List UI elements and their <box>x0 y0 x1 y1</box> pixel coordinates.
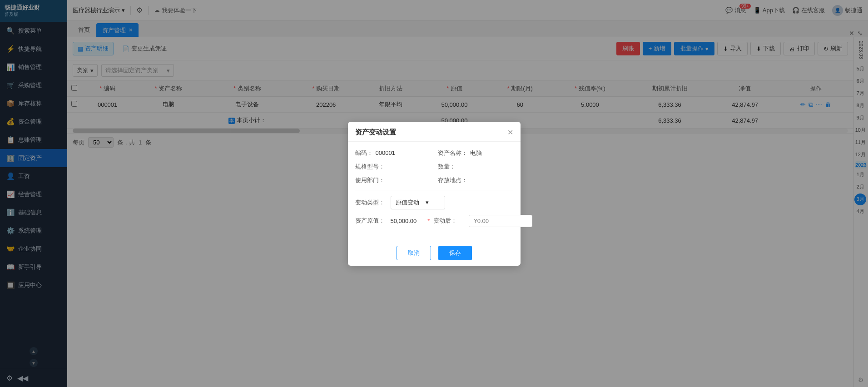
dialog-name-field: 资产名称： 电脑 <box>438 149 513 157</box>
save-btn[interactable]: 保存 <box>438 246 472 260</box>
dialog-code-field: 编码： 000001 <box>355 149 431 157</box>
dialog-footer: 取消 保存 <box>348 240 521 266</box>
dialog-quantity-field: 数量： <box>438 163 513 171</box>
dialog-code-label: 编码： <box>355 149 373 157</box>
dialog-value-row: 资产原值： 50,000.00 * 变动后： <box>355 215 513 227</box>
dialog-close-icon[interactable]: ✕ <box>507 128 513 137</box>
dialog-title: 资产变动设置 <box>355 128 396 137</box>
save-btn-label: 保存 <box>449 249 461 256</box>
dialog-code-value: 000001 <box>376 149 395 156</box>
asset-value-label: 资产原值： <box>355 217 387 225</box>
dialog-quantity-label: 数量： <box>438 163 456 171</box>
asset-value: 50,000.00 <box>391 218 417 224</box>
change-type-value: 原值变动 <box>396 198 419 207</box>
after-change-label: 变动后： <box>433 217 465 225</box>
asset-change-dialog: 资产变动设置 ✕ 编码： 000001 资产名称： 电脑 规格型号： <box>348 122 521 266</box>
dialog-body: 编码： 000001 资产名称： 电脑 规格型号： 数量： <box>348 142 521 240</box>
after-change-input[interactable] <box>469 215 532 227</box>
dialog-location-field: 存放地点： <box>438 176 513 184</box>
dialog-dept-field: 使用部门： <box>355 176 431 184</box>
after-change-required: * <box>427 218 430 224</box>
dialog-change-type-row: 变动类型： 原值变动 ▾ <box>355 196 513 209</box>
change-type-select[interactable]: 原值变动 ▾ <box>391 196 445 209</box>
dialog-row-2: 规格型号： 数量： <box>355 163 513 171</box>
dialog-header: 资产变动设置 ✕ <box>348 122 521 142</box>
change-type-label: 变动类型： <box>355 198 387 207</box>
dialog-name-value: 电脑 <box>470 149 482 157</box>
change-type-dropdown-icon: ▾ <box>426 199 429 206</box>
dialog-row-3: 使用部门： 存放地点： <box>355 176 513 184</box>
modal-overlay: 资产变动设置 ✕ 编码： 000001 资产名称： 电脑 规格型号： <box>0 0 868 387</box>
dialog-location-label: 存放地点： <box>438 176 467 184</box>
dialog-dept-label: 使用部门： <box>355 176 385 184</box>
dialog-row-1: 编码： 000001 资产名称： 电脑 <box>355 149 513 157</box>
dialog-spec-field: 规格型号： <box>355 163 431 171</box>
dialog-divider <box>355 190 513 190</box>
cancel-btn[interactable]: 取消 <box>397 246 431 260</box>
dialog-name-label: 资产名称： <box>438 149 467 157</box>
dialog-spec-label: 规格型号： <box>355 163 385 171</box>
cancel-btn-label: 取消 <box>408 249 420 256</box>
